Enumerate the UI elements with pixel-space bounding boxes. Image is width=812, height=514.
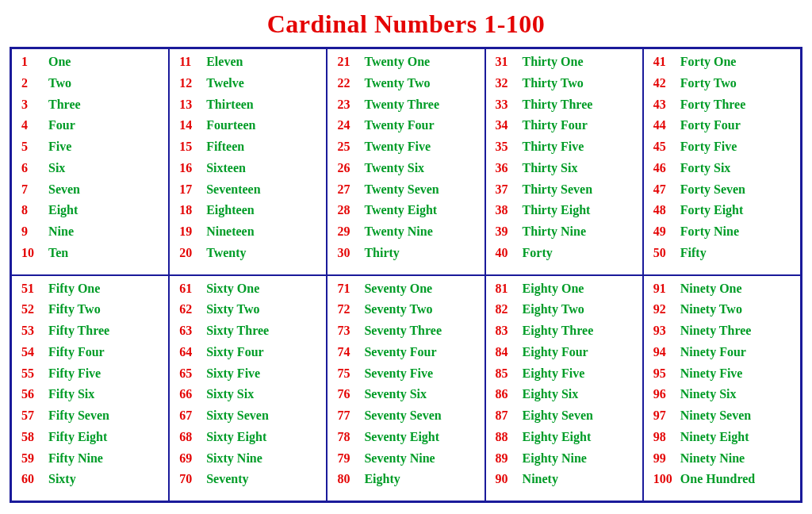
number-row: 68Sixty Eight xyxy=(179,431,318,452)
number-value: 48 xyxy=(653,204,680,217)
number-word: Eighty Eight xyxy=(523,431,592,443)
number-row: 37Thirty Seven xyxy=(496,183,634,205)
number-value: 87 xyxy=(496,409,523,422)
number-value: 15 xyxy=(179,140,206,153)
number-row: 81Eighty One xyxy=(496,282,634,304)
number-value: 44 xyxy=(653,119,680,132)
number-row: 7Seven xyxy=(21,183,160,205)
number-word: Fourteen xyxy=(206,119,255,132)
number-word: One Hundred xyxy=(680,473,755,485)
number-value: 5 xyxy=(21,140,48,153)
number-word: Ninety Seven xyxy=(680,409,751,422)
number-row: 5Five xyxy=(21,140,160,162)
number-value: 60 xyxy=(21,473,48,485)
number-row: 77Seventy Seven xyxy=(337,409,476,431)
number-value: 30 xyxy=(337,247,364,259)
number-value: 75 xyxy=(337,367,364,380)
number-row: 74Seventy Four xyxy=(337,346,476,367)
number-word: Thirty Nine xyxy=(523,225,586,238)
number-value: 9 xyxy=(21,225,48,238)
number-value: 24 xyxy=(337,119,364,132)
number-value: 93 xyxy=(653,324,680,337)
number-word: Seventy Five xyxy=(364,367,433,380)
number-value: 85 xyxy=(496,367,523,380)
number-value: 10 xyxy=(21,247,48,259)
number-row: 93Ninety Three xyxy=(653,324,792,346)
number-row: 27Twenty Seven xyxy=(337,183,476,205)
number-word: Thirty Five xyxy=(523,140,584,153)
number-word: Eighty Two xyxy=(523,303,584,316)
number-row: 51Fifty One xyxy=(21,282,160,304)
number-word: Sixty Three xyxy=(206,324,269,337)
number-row: 38Thirty Eight xyxy=(496,204,634,225)
number-word: Sixty Eight xyxy=(206,431,266,443)
number-value: 39 xyxy=(496,225,523,238)
number-row: 15Fifteen xyxy=(179,140,318,162)
number-value: 97 xyxy=(653,409,680,422)
number-value: 72 xyxy=(337,303,364,316)
number-value: 56 xyxy=(21,388,48,401)
number-word: Eighty Seven xyxy=(523,409,593,422)
number-row: 83Eighty Three xyxy=(496,324,634,346)
number-row: 66Sixty Six xyxy=(179,388,318,409)
number-value: 90 xyxy=(496,473,523,485)
number-word: Fifty Three xyxy=(48,324,109,337)
grid-cell: 61Sixty One62Sixty Two63Sixty Three64Six… xyxy=(169,275,327,502)
number-word: Fifty One xyxy=(48,282,100,295)
number-word: Thirty Four xyxy=(523,119,588,132)
number-row: 62Sixty Two xyxy=(179,303,318,324)
number-word: Nine xyxy=(48,225,74,238)
number-row: 25Twenty Five xyxy=(337,140,476,162)
number-word: Sixteen xyxy=(206,162,246,175)
number-word: Six xyxy=(48,162,65,175)
number-row: 31Thirty One xyxy=(496,56,634,77)
number-word: Fifty Four xyxy=(48,346,105,359)
number-value: 83 xyxy=(496,324,523,337)
number-word: Twenty Nine xyxy=(364,225,432,238)
number-word: Eighty Five xyxy=(523,367,585,380)
number-row: 50Fifty xyxy=(653,247,792,268)
number-row: 98Ninety Eight xyxy=(653,431,792,452)
number-value: 21 xyxy=(337,56,364,68)
number-row: 58Fifty Eight xyxy=(21,431,160,452)
number-word: Twenty Four xyxy=(364,119,434,132)
number-value: 62 xyxy=(179,303,206,316)
number-word: Ninety xyxy=(523,473,558,485)
number-row: 76Seventy Six xyxy=(337,388,476,409)
number-value: 50 xyxy=(653,247,680,259)
number-value: 11 xyxy=(179,56,206,68)
number-row: 35Thirty Five xyxy=(496,140,634,162)
number-word: Forty Four xyxy=(680,119,741,132)
grid-cell: 51Fifty One52Fifty Two53Fifty Three54Fif… xyxy=(11,275,169,502)
number-word: Eighty One xyxy=(523,282,584,295)
number-word: Sixty Five xyxy=(206,367,260,380)
number-row: 2Two xyxy=(21,77,160,98)
number-row: 73Seventy Three xyxy=(337,324,476,346)
number-word: Twenty Two xyxy=(364,77,430,90)
number-value: 17 xyxy=(179,183,206,196)
number-row: 30Thirty xyxy=(337,247,476,268)
number-row: 49Forty Nine xyxy=(653,225,792,247)
number-word: Seventeen xyxy=(206,183,260,196)
number-word: Ninety Three xyxy=(680,324,752,337)
number-row: 3Three xyxy=(21,98,160,120)
number-value: 6 xyxy=(21,162,48,175)
number-word: Sixty Nine xyxy=(206,452,262,465)
numbers-grid: 1One2Two3Three4Four5Five6Six7Seven8Eight… xyxy=(10,47,802,503)
number-row: 42Forty Two xyxy=(653,77,792,98)
number-value: 45 xyxy=(653,140,680,153)
number-row: 96Ninety Six xyxy=(653,388,792,409)
number-word: Eight xyxy=(48,204,78,217)
number-row: 89Eighty Nine xyxy=(496,452,634,474)
number-value: 47 xyxy=(653,183,680,196)
number-row: 20Twenty xyxy=(179,247,318,268)
number-value: 94 xyxy=(653,346,680,359)
number-row: 14Fourteen xyxy=(179,119,318,140)
number-row: 17Seventeen xyxy=(179,183,318,205)
number-value: 91 xyxy=(653,282,680,295)
number-row: 90Ninety xyxy=(496,473,634,494)
number-value: 51 xyxy=(21,282,48,295)
number-value: 40 xyxy=(496,247,523,259)
number-value: 46 xyxy=(653,162,680,175)
number-row: 1One xyxy=(21,56,160,77)
